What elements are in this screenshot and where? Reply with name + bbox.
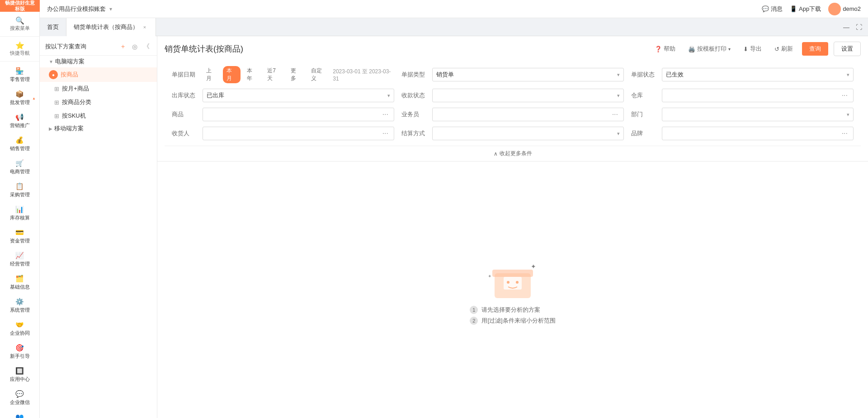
svg-point-3: [507, 281, 509, 284]
out-status-dropdown-icon: ▾: [387, 93, 390, 99]
message-button[interactable]: 💬 消息: [762, 5, 783, 13]
date-btn-more[interactable]: 更多: [287, 66, 305, 83]
tab-maximize-button[interactable]: ⛶: [854, 22, 864, 33]
sidebar-item-purchase[interactable]: 📋 采购管理: [0, 179, 39, 202]
sidebar-item-finance[interactable]: 💳 资金管理: [0, 225, 39, 248]
staff-dots[interactable]: ···: [610, 110, 620, 119]
product-dots[interactable]: ···: [381, 110, 390, 119]
type-value: 销货单: [436, 71, 454, 79]
refresh-button[interactable]: ↺ 刷新: [771, 43, 797, 55]
product-input[interactable]: ···: [203, 108, 394, 121]
sidebar-item-wholesale[interactable]: 📦 批发管理: [0, 86, 39, 109]
empty-state: ✦ ✦ 1 请先选择要分析的方案 2 用[过滤]条件来缩小分析范围: [157, 162, 868, 418]
filter-type: 单据类型 销货单 ▾: [401, 68, 624, 81]
message-icon: 💬: [762, 5, 769, 12]
add-scheme-button[interactable]: ＋: [118, 42, 128, 52]
date-options: 上月 本月 本年 近7天 更多 自定义 2023-03-01 至 2023-03…: [203, 66, 394, 83]
query-button[interactable]: 查询: [802, 42, 828, 56]
query-label: 查询: [809, 45, 821, 53]
topbar-right: 💬 消息 📱 App下载 demo2: [762, 3, 861, 15]
topbar-dropdown-icon[interactable]: ▾: [109, 6, 112, 12]
help-button[interactable]: ❓ 帮助: [651, 43, 679, 55]
user-avatar[interactable]: demo2: [828, 3, 861, 15]
sidebar-system-label: 系统管理: [10, 307, 30, 314]
date-btn-this-month[interactable]: 本月: [223, 66, 241, 83]
date-btn-last-month[interactable]: 上月: [203, 66, 220, 83]
sidebar-item-inventory[interactable]: 📊 库存核算: [0, 202, 39, 225]
sidebar-item-marketing[interactable]: 📢 营销推广: [0, 109, 39, 133]
message-label: 消息: [771, 5, 783, 13]
sidebar-item-member[interactable]: 👥 畅会员: [0, 409, 39, 418]
app-download-button[interactable]: 📱 App下载: [790, 5, 821, 13]
sidebar-item-sales[interactable]: 💰 销售管理: [0, 133, 39, 156]
sidebar-item-quick-nav[interactable]: ⭐ 快捷导航: [0, 37, 39, 62]
refresh-label: 刷新: [781, 45, 793, 53]
sidebar-item-wechat[interactable]: 💬 企业微信: [0, 386, 39, 409]
page-actions: ❓ 帮助 🖨️ 按模板打印 ▾ ⬇ 导出 ↺: [651, 42, 861, 56]
export-button[interactable]: ⬇ 导出: [740, 43, 765, 55]
staff-input[interactable]: ···: [432, 108, 624, 121]
tree-mobile-expand-icon: ▶: [49, 126, 52, 131]
settings-button[interactable]: 设置: [834, 42, 861, 56]
grid-icon-3: ⊞: [54, 113, 59, 119]
tab-report[interactable]: 销货单统计表（按商品） ×: [66, 18, 156, 36]
dept-dropdown-icon: ▾: [847, 112, 849, 118]
sidebar-item-system[interactable]: ⚙️ 系统管理: [0, 294, 39, 317]
brand-input[interactable]: ···: [662, 127, 854, 140]
user-name: demo2: [843, 5, 861, 12]
payment-input[interactable]: ▾: [432, 127, 624, 140]
sidebar-item-ecommerce[interactable]: 🛒 电商管理: [0, 156, 39, 179]
filter-date: 单据日期 上月 本月 本年 近7天 更多 自定义 2023-03-01 至 20…: [172, 66, 394, 83]
sidebar-basic-label: 基础信息: [10, 284, 30, 290]
dept-input[interactable]: ▾: [662, 108, 854, 121]
tree-group-desktop[interactable]: ▼ 电脑端方案: [40, 56, 157, 67]
template-print-button[interactable]: 🖨️ 按模板打印 ▾: [684, 43, 734, 55]
sidebar-item-search[interactable]: 🔍 搜索菜单: [0, 12, 39, 37]
tree-group-mobile[interactable]: ▶ 移动端方案: [40, 123, 157, 134]
svg-text:✦: ✦: [531, 263, 536, 270]
sidebar-item-retail[interactable]: 🏪 零售管理: [0, 63, 39, 86]
print-dropdown-icon: ▾: [728, 47, 731, 52]
tree-item-by-sku[interactable]: ⊞ 按SKU机: [40, 109, 157, 123]
date-btn-this-year[interactable]: 本年: [243, 66, 261, 83]
tree-item-by-month-product[interactable]: ⊞ 按月+商品: [40, 82, 157, 95]
receive-status-input[interactable]: ▾: [432, 89, 624, 102]
sidebar-item-operation[interactable]: 📈 经营管理: [0, 248, 39, 271]
sidebar-item-basic[interactable]: 🗂️ 基础信息: [0, 271, 39, 294]
left-panel-actions: ＋ ◎ 《: [118, 42, 151, 52]
tab-minimize-button[interactable]: —: [841, 22, 852, 33]
help-icon: ❓: [655, 46, 662, 52]
svg-rect-1: [492, 270, 533, 277]
tab-close-button[interactable]: ×: [141, 24, 148, 31]
payment-label: 结算方式: [401, 129, 429, 138]
edit-scheme-button[interactable]: ◎: [130, 42, 140, 52]
tree-item-by-product[interactable]: ● 按商品: [40, 67, 157, 82]
sidebar-marketing-label: 营销推广: [10, 122, 30, 129]
receiver-dots[interactable]: ···: [381, 129, 390, 138]
sidebar-appstore-label: 应用中心: [10, 376, 30, 383]
sidebar-item-newbie[interactable]: 🎯 新手引导: [0, 340, 39, 363]
warehouse-dots[interactable]: ···: [840, 91, 849, 100]
sidebar-item-appstore[interactable]: 🔲 应用中心: [0, 363, 39, 386]
tree-section-mobile: ▶ 移动端方案: [40, 123, 157, 134]
sidebar-item-enterprise[interactable]: 🤝 企业协同: [0, 317, 39, 340]
out-status-input[interactable]: 已出库 ▾: [203, 89, 394, 102]
collapse-up-icon: ∧: [494, 151, 498, 157]
date-btn-custom[interactable]: 自定义: [307, 66, 330, 83]
filter-dept: 部门 ▾: [631, 108, 854, 121]
staff-label: 业务员: [401, 110, 429, 119]
empty-svg: ✦ ✦: [486, 255, 540, 300]
receiver-input[interactable]: ···: [203, 127, 394, 140]
date-range: 2023-03-01 至 2023-03-31: [333, 68, 394, 82]
sidebar-newbie-label: 新手引导: [10, 353, 30, 360]
status-input[interactable]: 已生效 ▾: [662, 68, 854, 81]
tree-item-by-category[interactable]: ⊞ 按商品分类: [40, 95, 157, 109]
collapse-bar[interactable]: ∧ 收起更多条件: [165, 146, 861, 161]
tab-home[interactable]: 首页: [40, 18, 66, 36]
type-input[interactable]: 销货单 ▾: [432, 68, 624, 81]
date-btn-last-7[interactable]: 近7天: [264, 66, 284, 83]
collapse-panel-button[interactable]: 《: [142, 42, 151, 52]
warehouse-input[interactable]: ···: [662, 89, 854, 102]
brand-dots[interactable]: ···: [840, 129, 849, 138]
empty-step-2-text: 用[过滤]条件来缩小分析范围: [481, 317, 555, 325]
